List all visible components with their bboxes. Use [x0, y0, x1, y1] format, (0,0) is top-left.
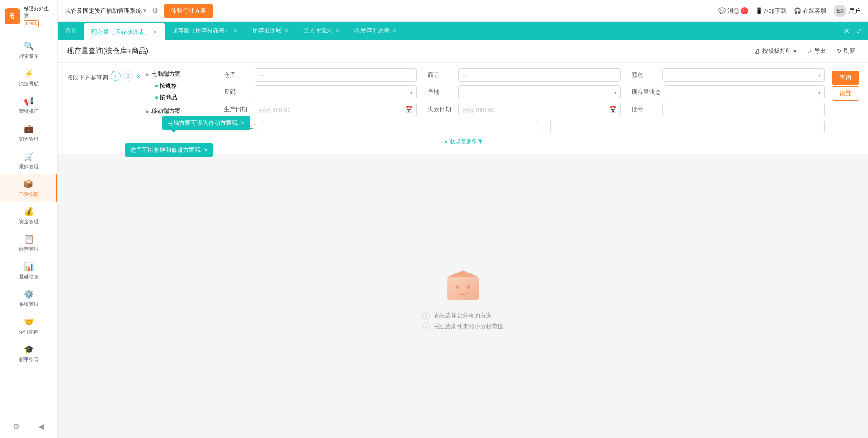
goods-more-icon: ⋯ [611, 72, 617, 78]
filter-controls: + ⊙ « [111, 71, 141, 81]
user-info[interactable]: Ea 用户 [834, 5, 861, 17]
origin-arrow-icon: ▾ [614, 90, 617, 95]
origin-select[interactable]: ▾ [458, 85, 621, 99]
expiry-date-input[interactable]: yyyy-mm-dd 📅 [458, 103, 621, 116]
sidebar-item-basic[interactable]: 📊 基础信息 [0, 257, 57, 285]
warehouse-input[interactable]: ··· ⋯ [255, 68, 417, 82]
hint-text-1: 请先选择要分析的方案 [433, 311, 492, 320]
copy-tooltip-close[interactable]: ✕ [241, 120, 245, 126]
batch-no-label: 批号 [632, 105, 659, 113]
filter-field-prod-date: 生产日期 yyyy-mm-dd 📅 [224, 103, 417, 116]
export-btn[interactable]: ↗ 导出 [804, 45, 830, 57]
sidebar-item-guide[interactable]: 🎓 新手引导 [0, 340, 57, 367]
tab-close-in-out-flow[interactable]: ✕ [335, 28, 340, 34]
sidebar-collapse-btn[interactable]: ◀ [35, 420, 47, 433]
tab-close-batch-ledger[interactable]: ✕ [284, 28, 289, 34]
origin-label: 产地 [428, 88, 455, 96]
filter-arrow-btn[interactable]: « [136, 71, 141, 81]
close-all-tabs-btn[interactable]: ✕ [841, 25, 852, 36]
refresh-btn[interactable]: ↻ 刷新 [833, 45, 859, 57]
edit-tooltip-close[interactable]: ✕ [203, 147, 208, 153]
tab-close-receive-send[interactable]: ✕ [392, 28, 397, 34]
tab-inventory-status[interactable]: 现存量（库存状况表） ✕ [84, 23, 165, 41]
tab-receive-send[interactable]: 收发存汇总表 ✕ [347, 22, 404, 40]
gear-icon[interactable]: ⚙ [152, 6, 158, 15]
sub-scheme-by-spec[interactable]: 按规格 [146, 80, 212, 92]
notification-btn[interactable]: 💬 消息 6 [718, 7, 748, 15]
print-dropdown-icon[interactable]: ▾ [793, 48, 797, 55]
sidebar-item-quick-nav[interactable]: ⚡ 快捷导航 [0, 64, 57, 92]
stock-qty-sep: — [541, 123, 547, 130]
query-button[interactable]: 查询 [832, 71, 859, 85]
expand-tabs-btn[interactable]: ⤢ [854, 25, 864, 36]
sub-scheme-dot-spec [155, 85, 158, 87]
quick-nav-icon: ⚡ [24, 69, 34, 79]
filter-row-1: 仓库 ··· ⋯ 商品 ··· ⋯ [224, 68, 825, 82]
tab-home[interactable]: 首页 [58, 22, 84, 40]
sidebar-item-operation[interactable]: 📋 经营管理 [0, 230, 57, 257]
app-download-btn[interactable]: 📱 App下载 [755, 7, 787, 15]
sub-scheme-by-goods[interactable]: 按商品 [146, 92, 212, 104]
color-select[interactable]: ▾ [662, 68, 825, 82]
filter-add-btn[interactable]: + [111, 71, 121, 81]
tab-label-inventory-status: 现存量（库存状况表） [91, 28, 150, 36]
expiry-date-calendar-icon[interactable]: 📅 [609, 106, 617, 113]
prod-date-placeholder: yyyy-mm-dd [259, 106, 291, 113]
size-select[interactable]: ▾ [255, 85, 417, 99]
prod-date-label: 生产日期 [224, 105, 251, 113]
filter-copy-btn[interactable]: ⊙ [123, 71, 133, 81]
online-support-btn[interactable]: 🎧 在线客服 [794, 7, 826, 15]
query-buttons: 查询 设置 [832, 71, 859, 101]
search-icon: 🔍 [24, 41, 34, 51]
sidebar-item-sales[interactable]: 💼 销售管理 [0, 119, 57, 147]
sidebar-item-search[interactable]: 🔍 搜索菜单 [0, 37, 57, 64]
main-area: 装备及固定资产辅助管理系统 ▾ ⚙ 体验行业方案 💬 消息 6 📱 App下载 … [58, 0, 868, 438]
logo-badge: 标准版 [24, 20, 39, 27]
tab-inventory-dist[interactable]: 现存量（库存分布表） ✕ [165, 22, 245, 40]
stock-qty-max-input[interactable] [550, 120, 825, 133]
collapse-up-icon: ∧ [444, 139, 448, 145]
sidebar-label-operation: 经营管理 [19, 246, 39, 253]
filter-field-color: 颜色 ▾ [632, 68, 825, 82]
sidebar-item-system[interactable]: ⚙️ 系统管理 [0, 285, 57, 312]
sidebar-settings-btn[interactable]: ⚙ [10, 420, 23, 433]
prod-date-input[interactable]: yyyy-mm-dd 📅 [255, 103, 417, 116]
scheme-item-pc[interactable]: ▶ 电脑端方案 [146, 68, 212, 80]
svg-point-2 [467, 285, 470, 289]
dropdown-arrow-icon[interactable]: ▾ [143, 7, 146, 14]
reset-button[interactable]: 设置 [832, 86, 859, 101]
sidebar-item-enterprise[interactable]: 🤝 企业协同 [0, 312, 57, 340]
prod-date-calendar-icon[interactable]: 📅 [405, 106, 413, 113]
phone-icon: 📱 [755, 7, 763, 14]
sales-icon: 💼 [24, 124, 34, 134]
app-download-label: App下载 [764, 7, 787, 15]
stock-status-select[interactable]: ▾ [665, 85, 825, 99]
hint-circle-2: 2 [422, 322, 430, 330]
sidebar-label-guide: 新手引导 [19, 356, 39, 363]
sub-scheme-dot-goods [155, 96, 158, 99]
sidebar-label-basic: 基础信息 [19, 273, 39, 280]
finance-icon: 💰 [24, 207, 34, 217]
goods-input[interactable]: ··· ⋯ [458, 68, 621, 82]
print-btn[interactable]: 🖨 按模板打印 ▾ [751, 45, 800, 57]
filter-field-origin: 产地 ▾ [428, 85, 621, 99]
sidebar-label-search: 搜索菜单 [19, 53, 39, 60]
sidebar-item-marketing[interactable]: 📢 营销推广 [0, 92, 57, 119]
trial-button[interactable]: 体验行业方案 [164, 4, 213, 18]
sidebar-item-purchase[interactable]: 🛒 采购管理 [0, 147, 57, 174]
sidebar-item-inventory[interactable]: 📦 库存核算 [0, 174, 57, 202]
sidebar-item-finance[interactable]: 💰 资金管理 [0, 202, 57, 230]
warehouse-label: 仓库 [224, 71, 251, 79]
tab-in-out-flow[interactable]: 出入库流水 ✕ [296, 22, 347, 40]
tab-close-inventory-status[interactable]: ✕ [153, 29, 157, 35]
copy-tooltip: 电脑方案可设为移动方案哦 ✕ [162, 116, 250, 130]
filter-field-warehouse: 仓库 ··· ⋯ [224, 68, 417, 82]
tab-actions: ✕ ⤢ [837, 25, 868, 36]
notification-label: 消息 [727, 7, 739, 15]
stock-qty-min-input[interactable] [263, 120, 537, 133]
filter-field-batch-no: 批号 [632, 103, 825, 116]
batch-no-input[interactable] [662, 103, 825, 116]
tab-batch-ledger[interactable]: 库存批次账 ✕ [245, 22, 296, 40]
tab-close-inventory-dist[interactable]: ✕ [233, 28, 238, 34]
scheme-item-mobile[interactable]: ▶ 移动端方案 [146, 105, 212, 117]
